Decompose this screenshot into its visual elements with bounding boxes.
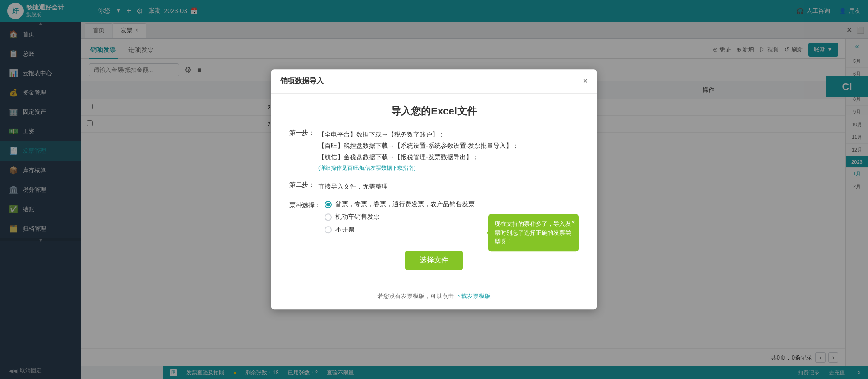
- tooltip-text: 现在支持的票种多了，导入发票时别忘了选择正确的发票类型呀！: [495, 221, 571, 245]
- step2-content: 直接导入文件，无需整理: [318, 181, 388, 192]
- radio-circle-3: [325, 227, 332, 234]
- modal-body: 导入您的Excel文件 第一步： 【全电平台】数据下载→【税务数字账户】； 【百…: [271, 94, 597, 288]
- footer-text: 若您没有发票模版，可以点击: [377, 293, 454, 300]
- step1-label: 第一步：: [289, 129, 315, 137]
- ticket-choice-label: 票种选择：: [289, 202, 321, 210]
- step1-line3: 【航信】金税盘数据下载→【报税管理-发票数据导出】；: [318, 152, 519, 163]
- radio-circle-2: [325, 214, 332, 221]
- step1-line1: 【全电平台】数据下载→【税务数字账户】；: [318, 129, 519, 140]
- tooltip: × 现在支持的票种多了，导入发票时别忘了选择正确的发票类型呀！: [488, 214, 579, 252]
- import-modal: 销项数据导入 × 导入您的Excel文件 第一步： 【全电平台】数据下载→【税务…: [271, 69, 597, 309]
- modal-main-title: 导入您的Excel文件: [289, 104, 579, 118]
- modal-footer: 若您没有发票模版，可以点击 下载发票模版: [271, 288, 597, 310]
- step1-line2: 【百旺】税控盘数据下载→【系统设置-系统参数设置-发票批量导入】；: [318, 141, 519, 152]
- step-1: 第一步： 【全电平台】数据下载→【税务数字账户】； 【百旺】税控盘数据下载→【系…: [289, 129, 579, 173]
- radio-option-2[interactable]: 机动车销售发票: [325, 213, 475, 222]
- radio-option-1[interactable]: 普票，专票，卷票，通行费发票，农产品销售发票: [325, 201, 475, 209]
- modal-header: 销项数据导入 ×: [271, 69, 597, 94]
- step1-guide-link[interactable]: (详细操作见百旺/航信发票数据下载指南): [318, 163, 519, 173]
- modal-close-btn[interactable]: ×: [583, 76, 588, 86]
- tooltip-close-btn[interactable]: ×: [571, 218, 575, 227]
- ticket-choice-section: 票种选择： 普票，专票，卷票，通行费发票，农产品销售发票 机动车销售发票 不开票: [289, 201, 579, 244]
- radio-circle-1: [325, 201, 332, 208]
- radio-option-3[interactable]: 不开票: [325, 226, 475, 234]
- step-2: 第二步： 直接导入文件，无需整理: [289, 181, 579, 192]
- step2-label: 第二步：: [289, 181, 315, 189]
- radio-group: 普票，专票，卷票，通行费发票，农产品销售发票 机动车销售发票 不开票 × 现在支…: [325, 201, 475, 239]
- download-template-link[interactable]: 下载发票模版: [455, 293, 491, 300]
- step1-content: 【全电平台】数据下载→【税务数字账户】； 【百旺】税控盘数据下载→【系统设置-系…: [318, 129, 519, 173]
- modal-title: 销项数据导入: [280, 76, 324, 86]
- select-file-btn[interactable]: 选择文件: [405, 251, 463, 270]
